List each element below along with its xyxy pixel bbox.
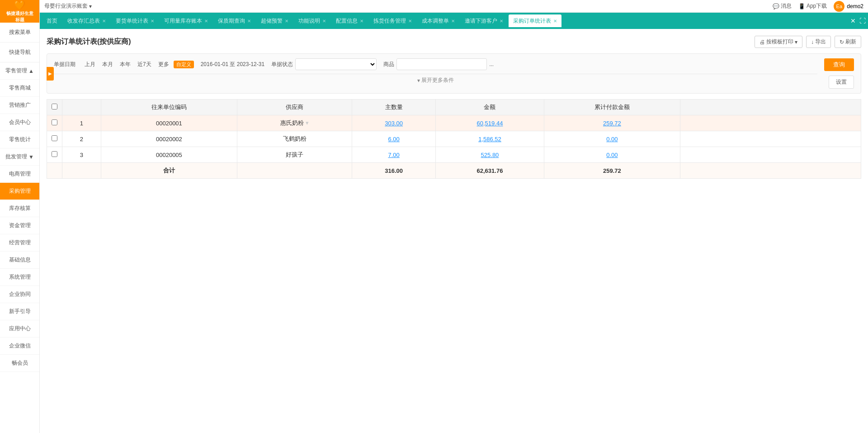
sidebar-item-new-guide[interactable]: 新手引导 [0,303,39,320]
status-select[interactable] [295,58,377,70]
row3-quantity[interactable]: 7.00 [352,147,436,163]
date-custom-tag[interactable]: 自定义 [174,61,194,68]
shortcut-nav-btn[interactable]: 快捷导航 [2,46,37,58]
sidebar-item-wholesale[interactable]: 批发管理 ▼ [0,148,39,166]
tab-close-all-icon[interactable]: ✕ [850,17,856,24]
tab-order-stats[interactable]: 要货单统计表 ✕ [111,14,159,27]
filter-status: 单据状态 [271,58,377,70]
tab-pick-task[interactable]: 拣货任务管理 ✕ [369,14,416,27]
tab-purchase-stats[interactable]: 采购订单统计表 ✕ [509,14,561,27]
dropdown-icon: ▾ [89,3,92,10]
goods-input[interactable] [396,58,487,70]
refresh-button[interactable]: ↻ 刷新 [835,36,861,48]
app-download-button[interactable]: 📱 App下载 [798,2,827,10]
row3-check[interactable] [52,151,57,157]
sidebar-item-inventory[interactable]: 库存核算 [0,200,39,217]
row3-index: 3 [62,147,101,163]
tab-order-stats-close[interactable]: ✕ [151,19,154,24]
date-label: 单据日期 [54,61,75,68]
tab-home[interactable]: 首页 [42,14,62,27]
logo-subtitle: 标题 [15,17,24,23]
tab-purchase-stats-close[interactable]: ✕ [553,19,557,24]
query-button[interactable]: 查询 [824,58,854,71]
tab-expiry-query-close[interactable]: ✕ [247,19,251,24]
tab-config-info-label: 配置信息 [336,17,358,25]
export-button[interactable]: ↓ 导出 [806,36,831,48]
date-opt-7days[interactable]: 近7天 [135,60,154,69]
page-container: 采购订单统计表(按供应商) 🖨 按模板打印 ▾ ↓ 导出 ↻ 刷新 [40,29,868,433]
sidebar-item-app-center[interactable]: 应用中心 [0,320,39,338]
page-title: 采购订单统计表(按供应商) [47,37,131,47]
tab-cost-adjust-label: 成本调整单 [422,17,449,25]
sidebar-item-retail-mall[interactable]: 零售商城 [0,80,39,97]
row1-amount[interactable]: 60,519.44 [436,115,544,131]
select-all-checkbox[interactable] [52,104,57,109]
footer-index-cell [62,163,101,179]
sidebar-item-enterprise[interactable]: 企业协同 [0,286,39,303]
footer-paid-amount: 259.72 [544,163,680,179]
sidebar-item-operations[interactable]: 经营管理 [0,234,39,252]
row1-quantity[interactable]: 303.00 [352,115,436,131]
search-menu-btn[interactable]: 搜索菜单 [2,26,37,38]
row2-amount[interactable]: 1,586.52 [436,131,544,147]
date-opt-this-year[interactable]: 本年 [118,60,133,69]
date-opt-more[interactable]: 更多 [156,60,171,69]
tab-overstock[interactable]: 超储预警 ✕ [256,14,293,27]
row1-expand-icon[interactable]: ▾ [306,119,309,126]
sidebar-item-retail[interactable]: 零售管理 ▲ [0,62,39,80]
goods-more-link[interactable]: ... [489,61,494,67]
message-button[interactable]: 💬 消息 [773,2,792,10]
goods-label: 商品 [383,61,394,68]
tab-invite-customer[interactable]: 邀请下游客户 ✕ [460,14,508,27]
tab-config-info[interactable]: 配置信息 ✕ [331,14,368,27]
sidebar-item-basic-info[interactable]: 基础信息 [0,252,39,269]
user-area[interactable]: Ea demo2 [834,1,863,12]
tab-overstock-close[interactable]: ✕ [285,19,288,24]
date-opt-this-month[interactable]: 本月 [100,60,115,69]
row2-quantity[interactable]: 6.00 [352,131,436,147]
tab-expiry-query[interactable]: 保质期查询 ✕ [213,14,255,27]
sidebar-item-ecommerce[interactable]: 电商管理 [0,166,39,183]
row2-index: 2 [62,131,101,147]
filter-collapse-button[interactable]: ▶ [47,67,54,81]
footer-extra [680,163,861,179]
expand-icon: ▾ [417,77,420,84]
tab-function-desc-close[interactable]: ✕ [322,19,326,24]
date-opt-last-month[interactable]: 上月 [82,60,98,69]
tab-inventory-ledger[interactable]: 可用量库存账本 ✕ [160,14,212,27]
print-button[interactable]: 🖨 按模板打印 ▾ [755,36,802,48]
sidebar-item-purchase[interactable]: 采购管理 [0,183,39,200]
table-body: 1 00020001 惠氏奶粉 ▾ 303.00 60,519.44 259.7… [47,115,861,163]
row3-paid-amount[interactable]: 0.00 [544,147,680,163]
tab-cost-adjust[interactable]: 成本调整单 ✕ [417,14,459,27]
page-header: 采购订单统计表(按供应商) 🖨 按模板打印 ▾ ↓ 导出 ↻ 刷新 [47,36,861,48]
tab-config-info-close[interactable]: ✕ [360,19,363,24]
sidebar-nav: 零售管理 ▲ 零售商城 营销推广 会员中心 零售统计 批发管理 ▼ 电商管理 采… [0,62,39,433]
row1-paid-amount[interactable]: 259.72 [544,115,680,131]
sidebar-item-vip-member[interactable]: 畅会员 [0,355,39,372]
table-header: 往来单位编码 供应商 主数量 金额 累计付款金额 [47,100,861,115]
tab-function-desc[interactable]: 功能说明 ✕ [294,14,330,27]
tab-inventory-ledger-close[interactable]: ✕ [204,19,208,24]
sidebar-item-member[interactable]: 会员中心 [0,114,39,131]
sidebar-item-retail-stats[interactable]: 零售统计 [0,131,39,148]
row3-amount[interactable]: 525.80 [436,147,544,163]
expand-more-button[interactable]: ▾ 展开更多条件 [417,76,454,84]
sidebar-item-enterprise-wechat[interactable]: 企业微信 [0,338,39,355]
avatar: Ea [834,1,844,12]
tab-receive-send-close[interactable]: ✕ [102,19,106,24]
row2-check[interactable] [52,135,57,141]
sidebar-item-finance[interactable]: 资金管理 [0,217,39,234]
row1-check[interactable] [52,119,57,125]
tab-cost-adjust-close[interactable]: ✕ [451,19,455,24]
sidebar-item-marketing[interactable]: 营销推广 [0,97,39,114]
row2-paid-amount[interactable]: 0.00 [544,131,680,147]
tab-receive-send[interactable]: 收发存汇总表 ✕ [63,14,110,27]
company-selector[interactable]: 母婴行业演示账套 ▾ [44,2,92,10]
sidebar-item-system[interactable]: 系统管理 [0,269,39,286]
settings-button[interactable]: 设置 [829,76,854,89]
tab-fullscreen-icon[interactable]: ⛶ [859,17,866,24]
tab-pick-task-close[interactable]: ✕ [408,19,412,24]
tab-invite-customer-close[interactable]: ✕ [500,19,503,24]
content-area: 采购订单统计表(按供应商) 🖨 按模板打印 ▾ ↓ 导出 ↻ 刷新 [40,29,868,433]
